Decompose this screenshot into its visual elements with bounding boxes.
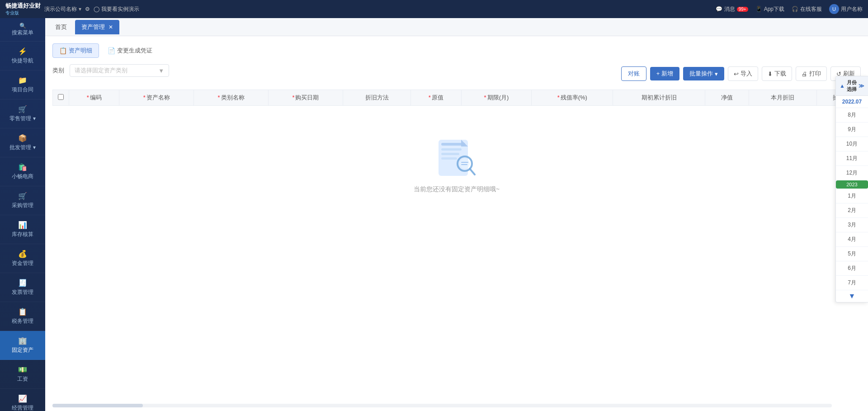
demo-link[interactable]: ◯ 我要看实例演示 bbox=[94, 5, 139, 13]
sidebar-item-tax[interactable]: 📋 税务管理 bbox=[0, 302, 45, 331]
svg-line-8 bbox=[470, 169, 475, 175]
month-item-12[interactable]: 12月 bbox=[836, 166, 868, 180]
import-button[interactable]: ↩ 导入 bbox=[728, 66, 758, 81]
scrollbar-thumb bbox=[52, 404, 143, 407]
print-button[interactable]: 🖨 打印 bbox=[796, 66, 827, 81]
sidebar-item-retail[interactable]: 🛒 零售管理 ▾ bbox=[0, 99, 45, 128]
settings-button[interactable]: ⚙ bbox=[85, 6, 90, 12]
month-item-7[interactable]: 7月 bbox=[836, 276, 868, 290]
month-panel: ▲ 月份选择 ≫ 2022.07 8月 9月 10月 11月 12月 2023 … bbox=[835, 76, 868, 302]
online-service-button[interactable]: 🎧 在线客服 bbox=[792, 5, 822, 13]
batch-arrow-icon: ▾ bbox=[715, 71, 718, 77]
month-panel-expand-icon[interactable]: ≫ bbox=[859, 83, 864, 89]
month-item-2[interactable]: 2月 bbox=[836, 203, 868, 218]
ecommerce-icon: 🛍️ bbox=[18, 163, 27, 171]
filter-bar: 类别 请选择固定资产类别 ▼ bbox=[52, 64, 169, 77]
add-button[interactable]: + 新增 bbox=[650, 67, 679, 80]
sidebar-item-label-fixed-assets: 固定资产 bbox=[12, 346, 33, 354]
filter-label: 类别 bbox=[52, 66, 64, 75]
sidebar-item-label-purchase: 采购管理 bbox=[12, 202, 33, 209]
month-item-4[interactable]: 4月 bbox=[836, 232, 868, 247]
download-button[interactable]: ⬇ 下载 bbox=[762, 66, 792, 81]
sidebar-item-fixed-assets[interactable]: 🏢 固定资产 bbox=[0, 331, 45, 360]
month-item-6[interactable]: 6月 bbox=[836, 261, 868, 276]
select-all-checkbox[interactable] bbox=[58, 94, 64, 100]
sidebar-item-operations[interactable]: 📈 经营管理 bbox=[0, 389, 45, 411]
sub-tab-asset-detail[interactable]: 📋 资产明细 bbox=[52, 43, 99, 58]
sub-tab-change-voucher[interactable]: 📄 变更生成凭证 bbox=[101, 43, 159, 58]
download-icon: ⬇ bbox=[768, 71, 773, 77]
sidebar-item-label-finance: 资金管理 bbox=[12, 260, 33, 267]
sidebar-item-label-operations: 经营管理 bbox=[12, 404, 33, 411]
sidebar-item-salary[interactable]: 💵 工资 bbox=[0, 360, 45, 389]
month-panel-title: 月份选择 bbox=[845, 79, 859, 93]
month-panel-up-icon[interactable]: ▲ bbox=[840, 83, 845, 89]
reconcile-button[interactable]: 对账 bbox=[621, 66, 646, 81]
horizontal-scrollbar[interactable] bbox=[52, 404, 832, 407]
month-item-1[interactable]: 1月 bbox=[836, 189, 868, 203]
demo-icon: ◯ bbox=[94, 6, 99, 12]
tax-icon: 📋 bbox=[18, 307, 27, 316]
sidebar-item-finance[interactable]: 💰 资金管理 bbox=[0, 244, 45, 273]
sidebar-item-label-wholesale: 批发管理 ▾ bbox=[9, 144, 35, 151]
assets-table: *编码 *资产名称 *类别名称 *购买日期 折旧方法 *原值 *期限(月) *残… bbox=[52, 90, 861, 221]
reconcile-label: 对账 bbox=[628, 70, 640, 78]
quick-nav-icon: ⚡ bbox=[18, 47, 27, 56]
tab-home[interactable]: 首页 bbox=[49, 20, 73, 34]
month-panel-header: ▲ 月份选择 ≫ bbox=[836, 76, 868, 96]
table-header-period: *期限(月) bbox=[461, 90, 532, 106]
month-item-5[interactable]: 5月 bbox=[836, 247, 868, 261]
empty-illustration bbox=[429, 133, 484, 178]
sidebar-item-invoice[interactable]: 🧾 发票管理 bbox=[0, 273, 45, 302]
category-filter-select[interactable]: 请选择固定资产类别 ▼ bbox=[70, 64, 169, 77]
month-panel-down-btn[interactable]: ▼ bbox=[836, 290, 868, 302]
table-header-name: *资产名称 bbox=[119, 90, 194, 106]
company-selector[interactable]: 演示公司名称 ▾ bbox=[44, 5, 81, 13]
content-area: 📋 资产明细 📄 变更生成凭证 类别 请选择固定资产类别 ▼ bbox=[45, 36, 868, 411]
service-icon: 🎧 bbox=[792, 6, 798, 12]
sidebar-item-label-ecommerce: 小畅电商 bbox=[12, 173, 33, 180]
month-item-8[interactable]: 8月 bbox=[836, 108, 868, 123]
import-icon: ↩ bbox=[734, 71, 739, 77]
top-bar-left: 畅捷通好业财 专业版 演示公司名称 ▾ ⚙ ◯ 我要看实例演示 bbox=[5, 2, 139, 16]
sidebar-item-purchase[interactable]: 🛒 采购管理 bbox=[0, 186, 45, 215]
project-icon: 📁 bbox=[18, 76, 27, 85]
month-item-3[interactable]: 3月 bbox=[836, 218, 868, 232]
table-header-checkbox bbox=[53, 90, 69, 106]
top-bar-right: 💬 消息 99+ 📱 App下载 🎧 在线客服 U 用户名称 bbox=[716, 4, 863, 14]
brand-logo: 畅捷通好业财 专业版 bbox=[5, 2, 41, 16]
message-button[interactable]: 💬 消息 99+ bbox=[716, 5, 748, 13]
brand-name: 畅捷通好业财 bbox=[5, 2, 41, 10]
tab-asset-mgmt[interactable]: 资产管理 ✕ bbox=[75, 20, 119, 34]
sidebar-item-label-project: 项目合同 bbox=[12, 86, 33, 94]
company-name: 演示公司名称 bbox=[44, 5, 77, 13]
gear-icon: ⚙ bbox=[85, 6, 90, 12]
app-download-label: App下载 bbox=[764, 5, 784, 13]
sidebar-item-wholesale[interactable]: 📦 批发管理 ▾ bbox=[0, 128, 45, 157]
sidebar-item-inventory[interactable]: 📊 库存核算 bbox=[0, 215, 45, 244]
month-display-year[interactable]: 2022.07 bbox=[836, 96, 868, 108]
online-service-label: 在线客服 bbox=[800, 5, 822, 13]
svg-rect-2 bbox=[441, 148, 462, 151]
user-profile[interactable]: U 用户名称 bbox=[829, 4, 863, 14]
empty-state: 当前您还没有固定资产明细哦~ bbox=[53, 106, 861, 221]
month-item-11[interactable]: 11月 bbox=[836, 151, 868, 166]
filter-arrow-icon: ▼ bbox=[158, 67, 164, 74]
sidebar-item-label-quick-nav: 快捷导航 bbox=[12, 57, 33, 65]
sidebar-item-quick-nav[interactable]: ⚡ 快捷导航 bbox=[0, 42, 45, 71]
user-icon: U bbox=[829, 4, 839, 14]
home-tab-label: 首页 bbox=[55, 23, 67, 31]
sidebar-item-label-inventory: 库存核算 bbox=[12, 231, 33, 238]
month-item-10[interactable]: 10月 bbox=[836, 137, 868, 151]
sidebar-item-ecommerce[interactable]: 🛍️ 小畅电商 bbox=[0, 157, 45, 186]
tab-close-icon[interactable]: ✕ bbox=[108, 24, 113, 30]
salary-icon: 💵 bbox=[18, 365, 27, 374]
batch-button[interactable]: 批量操作 ▾ bbox=[683, 67, 724, 80]
sidebar-item-search[interactable]: 🔍 搜索菜单 bbox=[0, 18, 45, 42]
sidebar-item-project[interactable]: 📁 项目合同 bbox=[0, 71, 45, 99]
table-header-monthly-depreciation: 本月折旧 bbox=[749, 90, 816, 106]
add-label: + 新增 bbox=[656, 70, 673, 78]
app-download-button[interactable]: 📱 App下载 bbox=[755, 5, 784, 13]
svg-rect-4 bbox=[441, 157, 457, 160]
month-item-9[interactable]: 9月 bbox=[836, 123, 868, 137]
